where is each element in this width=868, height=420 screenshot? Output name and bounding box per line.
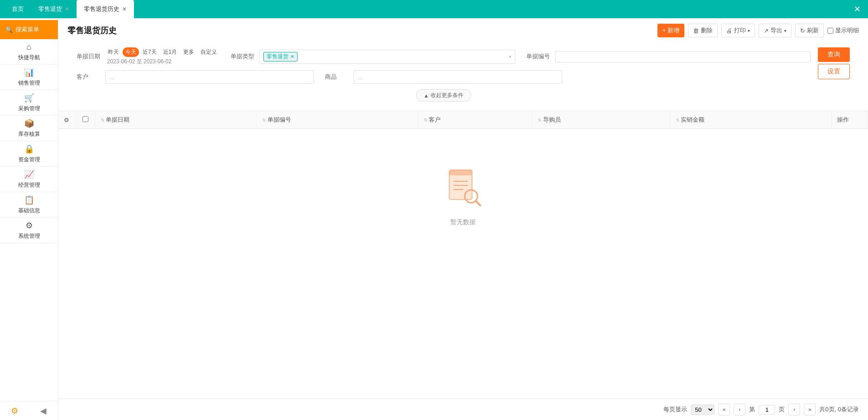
empty-state-cell: 暂无数据 <box>58 129 868 263</box>
date-range-display: 2023-06-02 至 2023-06-02 <box>107 58 220 66</box>
tab-retail-return-close[interactable]: ✕ <box>65 6 69 12</box>
date-opt-yesterday[interactable]: 昨天 <box>105 47 122 57</box>
filter-settings-button[interactable]: 设置 <box>818 64 850 79</box>
th-no[interactable]: ⇅ 单据编号 <box>257 111 418 129</box>
voucher-type-label: 单据类型 <box>231 52 256 61</box>
delete-button[interactable]: 🗑 删除 <box>688 24 718 37</box>
th-date[interactable]: ⇅ 单据日期 <box>95 111 257 129</box>
th-customer-label: 客户 <box>429 116 441 123</box>
new-button[interactable]: + 新增 <box>657 24 684 37</box>
prev-page-btn[interactable]: ‹ <box>734 404 745 415</box>
filter-date-field: 单据日期 昨天 今天 近7天 近1月 更多 自定义 2 <box>77 47 220 66</box>
sidebar-item-system-mgmt[interactable]: ⚙ 系统管理 <box>0 218 58 243</box>
sidebar-item-inventory[interactable]: 📦 库存核算 <box>0 116 58 141</box>
print-chevron-icon: ▾ <box>748 28 750 33</box>
per-page-select[interactable]: 50 10 20 100 <box>691 405 714 415</box>
sidebar-item-purchase-mgmt[interactable]: 🛒 采购管理 <box>0 90 58 116</box>
export-button[interactable]: ↗ 导出 ▾ <box>759 24 791 37</box>
last-page-btn[interactable]: » <box>804 404 816 415</box>
th-settings[interactable]: ⚙ <box>58 111 77 129</box>
sidebar-item-inventory-label: 库存核算 <box>18 130 40 138</box>
refresh-label: 刷新 <box>807 26 819 35</box>
sidebar-item-operations[interactable]: 📈 经营管理 <box>0 167 58 192</box>
sidebar-collapse-btn[interactable]: ◀ <box>29 401 58 420</box>
system-icon: ⚙ <box>26 220 33 230</box>
first-page-btn[interactable]: « <box>718 404 730 415</box>
refresh-button[interactable]: ↻ 刷新 <box>795 24 824 37</box>
tab-retail-return-history[interactable]: 零售退货历史 ✕ <box>77 0 134 18</box>
page-header: 零售退货历史 + 新增 🗑 删除 🖨 打印 ▾ ↗ 导出 <box>58 18 868 111</box>
sidebar-settings-btn[interactable]: ⚙ <box>0 401 29 420</box>
basic-info-icon: 📋 <box>24 195 34 205</box>
settings-gear-icon[interactable]: ⚙ <box>64 117 69 123</box>
svg-line-6 <box>476 201 480 205</box>
print-button[interactable]: 🖨 打印 ▾ <box>721 24 755 37</box>
th-amount[interactable]: ⇅ 实销金额 <box>670 111 832 129</box>
filter-voucher-no-field: 单据编号 <box>526 51 811 62</box>
select-all-checkbox[interactable] <box>82 116 88 122</box>
query-button[interactable]: 查询 <box>818 47 850 62</box>
tab-retail-return[interactable]: 零售退货 ✕ <box>31 0 77 18</box>
sidebar-item-sales-label: 销售管理 <box>18 79 40 87</box>
delete-icon: 🗑 <box>693 27 699 34</box>
goods-dots: ... <box>358 73 363 81</box>
sidebar-item-basic-info[interactable]: 📋 基础信息 <box>0 192 58 218</box>
pagination: 每页显示 50 10 20 100 « ‹ 第 页 › » 共0页, 0条记录 <box>58 399 868 420</box>
print-icon: 🖨 <box>726 27 732 34</box>
date-opt-today[interactable]: 今天 <box>123 47 139 57</box>
tab-retail-return-history-label: 零售退货历史 <box>84 5 119 13</box>
tab-home[interactable]: 首页 <box>5 0 31 18</box>
filter-customer-field: 客户 ... <box>77 70 314 84</box>
next-page-btn[interactable]: › <box>788 404 800 415</box>
filter-section: 单据日期 昨天 今天 近7天 近1月 更多 自定义 2 <box>67 43 859 111</box>
voucher-no-input[interactable] <box>555 51 811 62</box>
th-date-label: 单据日期 <box>106 116 129 123</box>
table-head: ⚙ ⇅ 单据日期 ⇅ 单据编号 <box>58 111 868 129</box>
show-detail-checkbox[interactable]: 显示明细 <box>827 26 859 35</box>
filter-form: 单据日期 昨天 今天 近7天 近1月 更多 自定义 2 <box>77 47 811 109</box>
page-input[interactable] <box>759 405 775 415</box>
th-guide[interactable]: ⇅ 导购员 <box>532 111 670 129</box>
empty-state: 暂无数据 <box>58 129 868 263</box>
export-icon: ↗ <box>764 27 769 34</box>
tab-retail-return-label: 零售退货 <box>38 5 62 13</box>
sidebar-item-quick-nav-label: 快捷导航 <box>18 54 40 61</box>
sidebar-item-finance[interactable]: 🔒 资金管理 <box>0 141 58 167</box>
search-menu[interactable]: 🔍 搜索菜单 <box>0 20 58 39</box>
th-checkbox[interactable] <box>77 111 95 129</box>
th-customer-sort-icon: ⇅ <box>424 118 427 123</box>
th-guide-sort-icon: ⇅ <box>538 118 541 123</box>
th-guide-label: 导购员 <box>543 116 561 123</box>
filter-voucher-type-field: 单据类型 零售退货 ✕ ▾ <box>231 50 515 64</box>
per-page-label: 每页显示 <box>663 405 687 414</box>
sidebar-item-quick-nav[interactable]: ⌂ 快捷导航 <box>0 39 58 65</box>
date-opt-7days[interactable]: 近7天 <box>140 47 159 57</box>
page-unit: 页 <box>779 405 785 414</box>
collapse-btn[interactable]: ▲ 收起更多条件 <box>416 89 472 102</box>
operations-icon: 📈 <box>24 169 34 179</box>
purchase-icon: 🛒 <box>24 93 34 103</box>
date-field-label: 单据日期 <box>77 52 102 61</box>
filter-row-2: 客户 ... 商品 ... <box>77 70 811 84</box>
th-customer[interactable]: ⇅ 客户 <box>418 111 532 129</box>
empty-state-row: 暂无数据 <box>58 129 868 263</box>
finance-icon: 🔒 <box>24 144 34 154</box>
page-title-row: 零售退货历史 + 新增 🗑 删除 🖨 打印 ▾ ↗ 导出 <box>67 24 859 37</box>
date-opt-more[interactable]: 更多 <box>180 47 197 57</box>
refresh-icon: ↻ <box>800 27 805 34</box>
voucher-type-chevron-icon: ▾ <box>509 54 511 59</box>
filter-right-buttons: 查询 设置 <box>818 47 850 79</box>
tab-retail-return-history-close[interactable]: ✕ <box>122 6 127 12</box>
window-close-icon[interactable]: ✕ <box>854 4 861 14</box>
sidebar-item-sales-mgmt[interactable]: 📊 销售管理 <box>0 65 58 90</box>
date-opt-custom[interactable]: 自定义 <box>198 47 220 57</box>
voucher-no-label: 单据编号 <box>526 52 551 61</box>
sidebar-bottom: ⚙ ◀ <box>0 401 58 420</box>
goods-input[interactable]: ... <box>354 70 562 84</box>
voucher-type-tag-close[interactable]: ✕ <box>290 54 294 60</box>
show-detail-input[interactable] <box>827 28 833 34</box>
date-opt-1month[interactable]: 近1月 <box>160 47 180 57</box>
customer-input[interactable]: ... <box>105 70 314 84</box>
th-no-sort-icon: ⇅ <box>262 118 266 123</box>
voucher-type-select[interactable]: 零售退货 ✕ ▾ <box>259 50 515 64</box>
